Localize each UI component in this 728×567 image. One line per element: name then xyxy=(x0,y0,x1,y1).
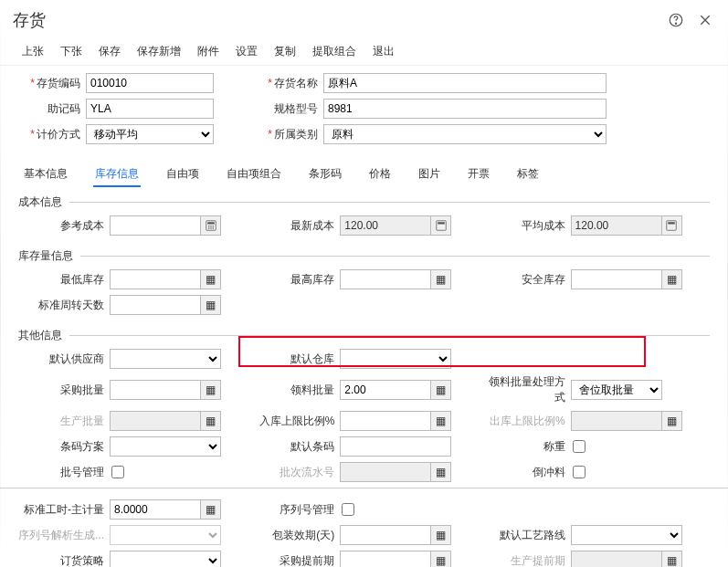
other-section-title: 其他信息 xyxy=(18,328,62,343)
serial-mgmt-checkbox[interactable] xyxy=(342,503,354,516)
mnemonic-label: 助记码 xyxy=(22,101,86,117)
pkg-exp-label: 包装效期(天) xyxy=(248,528,340,543)
batch-mgmt-checkbox[interactable] xyxy=(111,466,124,478)
weigh-checkbox[interactable] xyxy=(573,440,586,453)
turnover-label: 标准周转天数 xyxy=(18,298,110,313)
default-barcode-input[interactable] xyxy=(340,436,451,457)
tab-3[interactable]: 自由项组合 xyxy=(225,163,283,187)
calculator-icon: ▦ xyxy=(201,411,221,431)
toolbar-7[interactable]: 提取组合 xyxy=(312,44,356,59)
serial-mgmt-label: 序列号管理 xyxy=(248,502,340,518)
calculator-icon[interactable]: ▦ xyxy=(201,499,221,520)
supplier-select[interactable] xyxy=(110,349,221,369)
close-icon[interactable] xyxy=(695,10,715,30)
route-label: 默认工艺路线 xyxy=(480,528,571,543)
cost-section-title: 成本信息 xyxy=(18,194,62,210)
toolbar-0[interactable]: 上张 xyxy=(22,44,44,59)
toolbar-5[interactable]: 设置 xyxy=(236,44,258,59)
calculator-icon[interactable]: ▦ xyxy=(431,380,451,400)
out-limit-label: 出库上限比例% xyxy=(480,414,571,429)
default-barcode-label: 默认条码 xyxy=(248,439,340,455)
tab-7[interactable]: 开票 xyxy=(466,163,491,187)
order-policy-select[interactable] xyxy=(110,551,221,567)
ref-cost-input[interactable] xyxy=(110,215,201,236)
spec-input[interactable] xyxy=(323,99,607,119)
calculator-icon[interactable]: ▦ xyxy=(431,411,451,431)
calculator-icon[interactable]: ▦ xyxy=(431,269,451,289)
pick-method-select[interactable]: 舍位取批量 xyxy=(571,380,662,400)
max-stock-input[interactable] xyxy=(340,269,431,289)
out-limit-input xyxy=(571,411,662,431)
toolbar-4[interactable]: 附件 xyxy=(197,44,219,59)
mnemonic-input[interactable] xyxy=(86,99,214,119)
svg-point-1 xyxy=(675,23,676,24)
purchase-lead-input[interactable] xyxy=(340,551,431,567)
safe-stock-input[interactable] xyxy=(571,269,662,289)
calculator-icon[interactable]: ▦ xyxy=(201,380,221,400)
svg-rect-13 xyxy=(668,222,675,224)
svg-point-7 xyxy=(208,227,210,229)
tab-8[interactable]: 标签 xyxy=(515,163,541,187)
pick-batch-label: 领料批量 xyxy=(248,383,340,398)
help-icon[interactable] xyxy=(666,10,686,30)
category-select[interactable]: 原料 xyxy=(323,124,607,144)
svg-point-6 xyxy=(212,226,214,227)
safe-stock-label: 安全库存 xyxy=(480,272,571,288)
calculator-icon[interactable]: ▦ xyxy=(662,269,682,289)
pick-method-label: 领料批量处理方式 xyxy=(480,374,571,405)
calculator-icon[interactable] xyxy=(431,215,451,236)
toolbar-6[interactable]: 复制 xyxy=(274,44,296,59)
tab-4[interactable]: 条形码 xyxy=(307,163,343,187)
svg-point-8 xyxy=(210,227,212,229)
min-stock-input[interactable] xyxy=(110,269,201,289)
stock-section-title: 库存量信息 xyxy=(18,248,73,264)
toolbar-1[interactable]: 下张 xyxy=(60,44,82,59)
tab-0[interactable]: 基本信息 xyxy=(22,163,69,187)
ref-cost-label: 参考成本 xyxy=(18,218,110,234)
reverse-label: 倒冲料 xyxy=(480,465,571,480)
barcode-scheme-label: 条码方案 xyxy=(18,439,110,455)
calculator-icon[interactable]: ▦ xyxy=(431,551,451,567)
toolbar-3[interactable]: 保存新增 xyxy=(137,44,181,59)
calculator-icon[interactable]: ▦ xyxy=(431,525,451,545)
avg-cost-input xyxy=(571,215,662,236)
reverse-checkbox[interactable] xyxy=(573,466,586,478)
svg-point-4 xyxy=(208,226,210,227)
pricing-select[interactable]: 移动平均 xyxy=(86,124,214,144)
calculator-icon[interactable] xyxy=(662,215,682,236)
tab-5[interactable]: 价格 xyxy=(367,163,393,187)
calculator-icon[interactable]: ▦ xyxy=(201,295,221,315)
svg-point-5 xyxy=(210,226,212,227)
calculator-icon: ▦ xyxy=(431,462,451,482)
calculator-icon: ▦ xyxy=(662,411,682,431)
toolbar-8[interactable]: 退出 xyxy=(373,44,395,59)
std-hour-input[interactable] xyxy=(110,499,201,520)
code-label: 存货编码 xyxy=(22,76,86,91)
batch-mgmt-label: 批号管理 xyxy=(18,465,110,480)
calculator-icon[interactable]: ▦ xyxy=(201,269,221,289)
name-input[interactable] xyxy=(323,73,607,93)
prod-batch-label: 生产批量 xyxy=(18,414,110,429)
prod-batch-input xyxy=(110,411,201,431)
calculator-icon[interactable] xyxy=(201,215,221,236)
warehouse-select[interactable] xyxy=(340,349,451,369)
category-label: 所属类别 xyxy=(259,127,323,142)
pick-batch-input[interactable] xyxy=(340,380,431,400)
pkg-exp-input[interactable] xyxy=(340,525,431,545)
supplier-label: 默认供应商 xyxy=(18,352,110,367)
purchase-batch-input[interactable] xyxy=(110,380,201,400)
turnover-input[interactable] xyxy=(110,295,201,315)
prod-lead-label: 生产提前期 xyxy=(480,553,571,568)
tab-2[interactable]: 自由项 xyxy=(164,163,201,187)
in-limit-input[interactable] xyxy=(340,411,431,431)
tab-1[interactable]: 库存信息 xyxy=(93,163,141,187)
barcode-scheme-select[interactable] xyxy=(110,436,221,457)
batch-serial-label: 批次流水号 xyxy=(248,465,340,480)
code-input[interactable] xyxy=(86,73,214,93)
avg-cost-label: 平均成本 xyxy=(480,218,571,234)
svg-point-9 xyxy=(212,227,214,229)
tab-6[interactable]: 图片 xyxy=(417,163,442,187)
batch-serial-input xyxy=(340,462,431,482)
toolbar-2[interactable]: 保存 xyxy=(99,44,121,59)
route-select[interactable] xyxy=(571,525,682,545)
